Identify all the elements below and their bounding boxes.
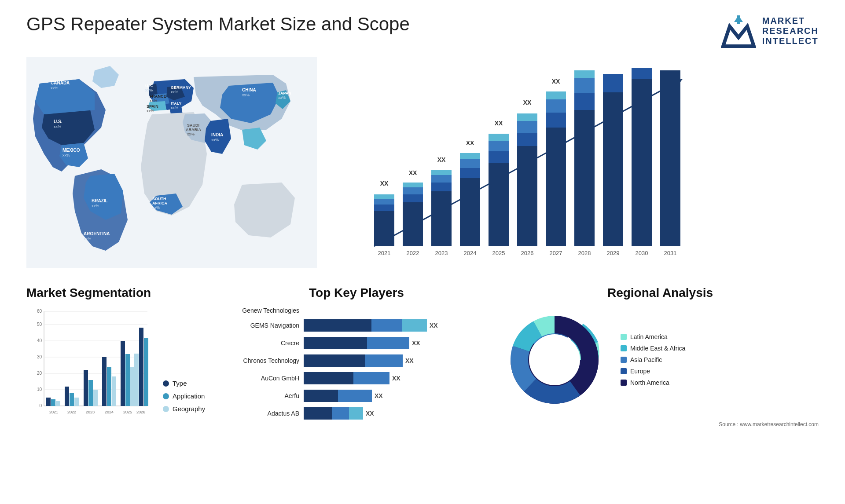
svg-text:xx%: xx% (171, 106, 178, 110)
svg-rect-91 (660, 70, 680, 246)
svg-marker-0 (723, 26, 754, 46)
svg-point-138 (529, 334, 580, 385)
svg-text:xx%: xx% (171, 90, 178, 94)
svg-text:2025: 2025 (123, 410, 132, 414)
legend-europe: Europe (621, 368, 685, 375)
header: GPS Repeater System Market Size and Scop… (26, 13, 819, 48)
svg-rect-88 (632, 79, 652, 246)
regional-title: Regional Analysis (502, 286, 819, 300)
top-players: Top Key Players Genew Technologies GEMS … (229, 286, 484, 425)
svg-rect-126 (125, 354, 130, 406)
north-america-dot (621, 380, 627, 386)
logo-area: MARKET RESEARCH INTELLECT (721, 13, 819, 48)
svg-text:50: 50 (37, 322, 42, 327)
svg-rect-45 (403, 194, 423, 202)
application-dot (163, 393, 169, 399)
svg-rect-74 (546, 128, 566, 246)
svg-rect-51 (431, 183, 452, 191)
player-bar (304, 354, 403, 367)
svg-rect-85 (603, 92, 623, 246)
svg-rect-115 (74, 398, 79, 406)
type-dot (163, 380, 169, 387)
asia-pacific-dot (621, 357, 627, 363)
svg-text:0: 0 (39, 403, 42, 408)
svg-rect-69 (517, 133, 537, 146)
seg-legend: Type Application Geography (163, 380, 205, 426)
svg-text:xx%: xx% (278, 95, 286, 100)
player-value: XX (366, 410, 374, 417)
legend-type: Type (163, 380, 205, 387)
svg-text:AFRICA: AFRICA (152, 201, 167, 205)
svg-text:xx%: xx% (92, 204, 99, 208)
svg-rect-129 (139, 328, 143, 406)
svg-text:2024: 2024 (105, 410, 114, 414)
player-bar (304, 337, 409, 349)
svg-text:2026: 2026 (136, 410, 145, 414)
svg-rect-71 (517, 113, 537, 121)
svg-text:SPAIN: SPAIN (147, 104, 158, 109)
legend-geography: Geography (163, 405, 205, 413)
page-title: GPS Repeater System Market Size and Scop… (26, 13, 410, 35)
svg-rect-125 (121, 341, 125, 406)
svg-rect-118 (88, 380, 93, 406)
svg-text:ARABIA: ARABIA (186, 128, 201, 132)
svg-rect-127 (130, 367, 135, 406)
player-name: Crecre (229, 340, 299, 347)
svg-text:CHINA: CHINA (242, 88, 256, 92)
svg-rect-123 (112, 376, 116, 406)
svg-text:SAUDI: SAUDI (187, 123, 199, 128)
svg-text:40: 40 (37, 338, 42, 343)
world-map: CANADA xx% U.S. xx% MEXICO xx% BRAZIL xx… (26, 57, 317, 268)
player-value: XX (375, 392, 383, 399)
player-value: XX (405, 357, 414, 364)
player-bar-wrap: XX (304, 372, 484, 384)
svg-rect-89 (632, 68, 652, 79)
legend-middle-east: Middle East & Africa (621, 345, 685, 352)
svg-rect-68 (517, 146, 537, 246)
player-name: Aerfu (229, 392, 299, 399)
svg-rect-80 (574, 110, 595, 246)
player-bar-wrap: XX (304, 390, 484, 402)
svg-rect-62 (489, 163, 509, 246)
player-name: Chronos Technology (229, 357, 299, 364)
svg-rect-121 (102, 357, 107, 406)
legend-application: Application (163, 392, 205, 400)
svg-text:xx%: xx% (145, 88, 153, 92)
svg-rect-46 (403, 187, 423, 194)
latin-america-dot (621, 334, 627, 340)
middle-east-dot (621, 345, 627, 351)
svg-text:XX: XX (552, 78, 560, 85)
svg-rect-131 (134, 354, 139, 406)
svg-rect-75 (546, 113, 566, 128)
svg-rect-109 (46, 398, 51, 406)
seg-chart: 0 10 20 30 40 50 60 (26, 307, 211, 426)
svg-text:U.K.: U.K. (145, 84, 153, 88)
svg-text:2027: 2027 (550, 250, 562, 256)
svg-text:XX: XX (466, 139, 474, 146)
player-name: AuCon GmbH (229, 375, 299, 382)
player-row: Chronos Technology XX (229, 354, 484, 367)
svg-text:xx%: xx% (211, 138, 219, 142)
svg-text:CANADA: CANADA (51, 80, 70, 85)
page: GPS Repeater System Market Size and Scop… (0, 0, 845, 504)
svg-text:BRAZIL: BRAZIL (92, 198, 108, 203)
bottom-section: Market Segmentation 0 10 20 30 (26, 286, 819, 427)
svg-text:MEXICO: MEXICO (62, 148, 80, 153)
player-row: AuCon GmbH XX (229, 372, 484, 384)
svg-rect-77 (546, 91, 566, 99)
player-bar-wrap: XX (304, 407, 484, 420)
svg-text:2029: 2029 (607, 250, 620, 256)
player-bar (304, 319, 427, 332)
svg-rect-41 (374, 194, 394, 199)
europe-dot (621, 368, 627, 374)
svg-rect-2 (737, 15, 740, 24)
svg-text:GERMANY: GERMANY (171, 85, 191, 90)
players-title: Top Key Players (229, 286, 484, 300)
player-row: Aerfu XX (229, 390, 484, 402)
player-row: Adactus AB XX (229, 407, 484, 420)
svg-rect-50 (431, 191, 452, 246)
svg-rect-57 (460, 168, 480, 178)
player-value: XX (392, 375, 400, 382)
logo-text: MARKET RESEARCH INTELLECT (762, 16, 819, 46)
logo-icon (721, 13, 756, 48)
